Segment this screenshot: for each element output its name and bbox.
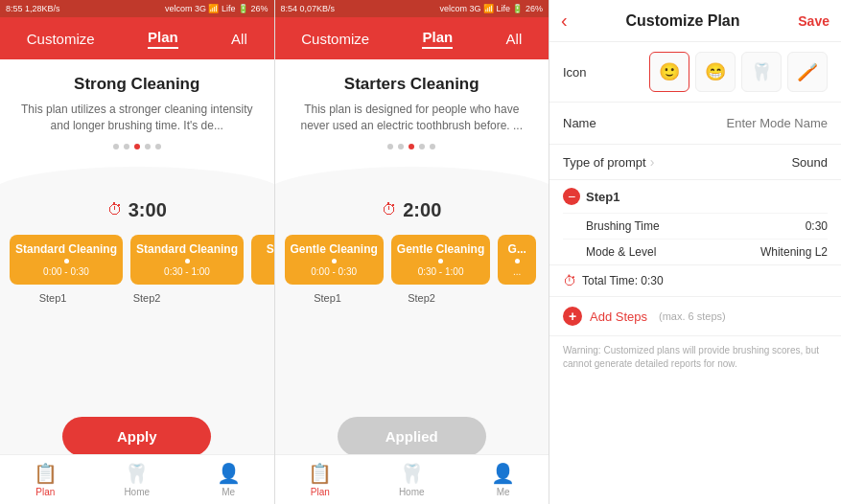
step1-name: Step1 — [586, 190, 619, 204]
icon-row: Icon 🙂 😁 🦷 🪥 — [549, 42, 841, 103]
step-card-title-2-1: Gentle Cleaning — [291, 242, 378, 256]
icon-row-icons: 🙂 😁 🦷 🪥 — [649, 52, 828, 92]
plan-desc-2: This plan is designed for people who hav… — [291, 102, 534, 134]
mode-level-row[interactable]: Mode & Level Whitening L2 — [563, 239, 828, 264]
step-card-1-1: Standard Cleaning 0:00 - 0:30 — [10, 235, 123, 285]
save-button[interactable]: Save — [798, 13, 829, 29]
step-label-2-2: Step2 — [379, 292, 465, 304]
plan-title-1: Strong Cleaning — [15, 75, 259, 94]
step-card-time-2-3: ... — [503, 266, 530, 277]
icon-thumb-1[interactable]: 🙂 — [649, 52, 689, 92]
timer-text-1: 3:00 — [128, 199, 167, 221]
total-time-row: ⏱ Total Time: 0:30 — [549, 265, 841, 297]
plan-card-starters: Starters Cleaning This plan is designed … — [275, 59, 549, 167]
plan-nav-icon-1: 📋 — [34, 462, 58, 485]
step-card-2-3: G... ... — [498, 235, 536, 285]
icon-thumb-4[interactable]: 🪥 — [787, 52, 828, 92]
dots-2 — [291, 144, 534, 149]
customize-plan-title: Customize Plan — [625, 12, 739, 30]
warning-text: Warning: Customized plans will provide b… — [563, 345, 819, 369]
timer-text-2: 2:00 — [403, 199, 441, 221]
prompt-row[interactable]: Type of prompt › Sound — [549, 145, 841, 180]
nav-label-me-1: Me — [222, 487, 235, 497]
step1-section: − Step1 Brushing Time 0:30 Mode & Level … — [549, 180, 841, 265]
step-labels-1: Step1 Step2 — [0, 292, 274, 304]
brushing-time-value: 0:30 — [806, 219, 828, 233]
step-card-dot-1-2 — [185, 259, 190, 263]
step-card-title-1-3: Sta... — [257, 242, 273, 256]
tab-plan-2[interactable]: Plan — [422, 29, 453, 49]
panel-header-1: Customize Plan All — [0, 17, 274, 59]
dot — [145, 144, 151, 149]
dot — [124, 144, 129, 149]
step-card-time-1-3: ... — [257, 266, 273, 277]
step-card-dot-2-3 — [515, 259, 520, 263]
back-button[interactable]: ‹ — [561, 10, 568, 32]
timer-row-1: ⏱ 3:00 — [0, 194, 274, 227]
nav-label-me-2: Me — [497, 487, 510, 497]
step-card-title-1-1: Standard Cleaning — [15, 242, 117, 256]
nav-home-2[interactable]: 🦷 Home — [399, 462, 425, 497]
step-card-title-2-3: G... — [503, 242, 530, 256]
panel-content-2: Starters Cleaning This plan is designed … — [275, 59, 549, 504]
timer-row-2: ⏱ 2:00 — [275, 194, 549, 227]
step-card-time-1-1: 0:00 - 0:30 — [15, 266, 117, 277]
timer-icon-2: ⏱ — [382, 201, 397, 218]
step-card-2-1: Gentle Cleaning 0:00 - 0:30 — [285, 235, 384, 285]
tab-customize-1[interactable]: Customize — [27, 31, 95, 47]
nav-me-1[interactable]: 👤 Me — [217, 462, 241, 497]
plan-nav-icon-2: 📋 — [308, 462, 332, 485]
nav-plan-1[interactable]: 📋 Plan — [34, 462, 58, 497]
step-label-2-1: Step1 — [285, 292, 371, 304]
add-steps-row[interactable]: + Add Steps (max. 6 steps) — [549, 297, 841, 336]
nav-home-1[interactable]: 🦷 Home — [124, 462, 150, 497]
icon-thumb-3[interactable]: 🦷 — [741, 52, 782, 92]
brushing-time-row[interactable]: Brushing Time 0:30 — [563, 213, 828, 239]
plan-card-strong: Strong Cleaning This plan utilizes a str… — [0, 59, 274, 167]
dot — [430, 144, 435, 149]
dots-1 — [15, 144, 259, 149]
tab-all-2[interactable]: All — [506, 31, 523, 47]
step-card-dot-2-2 — [438, 259, 443, 263]
prompt-arrow-icon: › — [650, 154, 655, 170]
plan-desc-1: This plan utilizes a stronger cleaning i… — [15, 102, 259, 134]
step-card-title-2-2: Gentle Cleaning — [397, 242, 484, 256]
add-steps-icon: + — [563, 307, 582, 326]
right-header: ‹ Customize Plan Save — [549, 0, 841, 42]
step-card-2-2: Gentle Cleaning 0:30 - 1:00 — [391, 235, 490, 285]
icon-thumb-2[interactable]: 😁 — [695, 52, 736, 92]
nav-plan-2[interactable]: 📋 Plan — [308, 462, 332, 497]
timer-icon-1: ⏱ — [107, 201, 123, 218]
steps-row-1: Standard Cleaning 0:00 - 0:30 Standard C… — [0, 227, 274, 292]
panel-content-1: Strong Cleaning This plan utilizes a str… — [0, 59, 274, 504]
wave-separator-2 — [275, 167, 549, 194]
dot — [419, 144, 425, 149]
status-bar-2: 8:54 0,07KB/s velcom 3G 📶 Life 🔋 26% — [275, 0, 549, 17]
add-steps-label: Add Steps — [590, 309, 647, 324]
panel-starters-cleaning: 8:54 0,07KB/s velcom 3G 📶 Life 🔋 26% Cus… — [275, 0, 550, 504]
panel-customize-plan: ‹ Customize Plan Save Icon 🙂 😁 🦷 🪥 Name … — [549, 0, 841, 504]
total-time-icon: ⏱ — [563, 273, 576, 288]
me-nav-icon-2: 👤 — [491, 462, 515, 485]
remove-step1-button[interactable]: − — [563, 188, 580, 205]
plan-title-2: Starters Cleaning — [291, 75, 534, 94]
add-steps-sub: (max. 6 steps) — [659, 310, 726, 322]
dot-active — [409, 144, 414, 149]
dot — [398, 144, 404, 149]
status-bar-1: 8:55 1,28KB/s velcom 3G 📶 Life 🔋 26% — [0, 0, 274, 17]
tab-plan-1[interactable]: Plan — [148, 29, 178, 49]
panel-strong-cleaning: 8:55 1,28KB/s velcom 3G 📶 Life 🔋 26% Cus… — [0, 0, 275, 504]
mode-level-label: Mode & Level — [586, 245, 760, 259]
apply-button[interactable]: Apply — [62, 417, 211, 456]
tab-customize-2[interactable]: Customize — [301, 31, 369, 47]
home-nav-icon-2: 🦷 — [400, 462, 424, 485]
step-card-time-1-2: 0:30 - 1:00 — [136, 266, 238, 277]
name-input[interactable] — [649, 116, 828, 130]
step-card-time-2-1: 0:00 - 0:30 — [291, 266, 378, 277]
steps-row-2: Gentle Cleaning 0:00 - 0:30 Gentle Clean… — [275, 227, 549, 292]
warning-row: Warning: Customized plans will provide b… — [549, 336, 841, 378]
dot-active — [134, 144, 140, 149]
step1-header: − Step1 — [563, 180, 828, 213]
nav-me-2[interactable]: 👤 Me — [491, 462, 515, 497]
tab-all-1[interactable]: All — [231, 31, 247, 47]
